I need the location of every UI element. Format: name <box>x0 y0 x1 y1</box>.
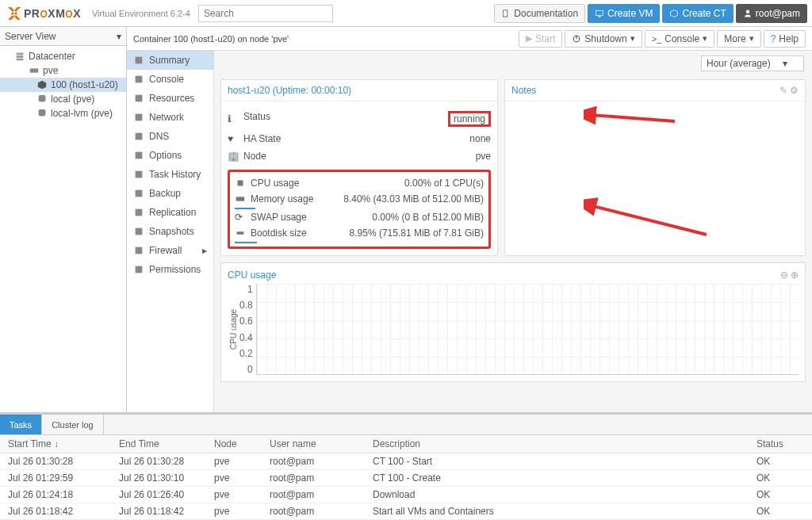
notes-panel-title: Notes <box>511 85 536 96</box>
node-value: pve <box>476 151 491 162</box>
log-row[interactable]: Jul 26 01:30:28Jul 26 01:30:28pveroot@pa… <box>0 453 812 470</box>
content-title: Container 100 (host1-u20) on node 'pve' <box>133 34 519 44</box>
tree-storage-local[interactable]: local (pve) <box>0 92 126 106</box>
tab-label: Firewall <box>149 245 182 256</box>
server-icon <box>29 65 40 76</box>
svg-rect-20 <box>136 228 143 235</box>
tab-resources[interactable]: Resources <box>127 89 213 108</box>
svg-rect-11 <box>136 57 143 64</box>
svg-rect-23 <box>238 181 243 186</box>
refresh-icon <box>133 207 144 218</box>
node-label: Node <box>243 151 476 162</box>
help-button[interactable]: ? Help <box>764 30 806 48</box>
cube-icon <box>669 9 679 18</box>
col-start[interactable]: Start Time ↓ <box>0 435 111 453</box>
create-ct-button[interactable]: Create CT <box>662 4 733 23</box>
tab-network[interactable]: Network <box>127 108 213 127</box>
col-user[interactable]: User name <box>262 435 365 453</box>
tab-label: Task History <box>149 169 201 180</box>
console-button[interactable]: >_ Console ▾ <box>645 30 715 48</box>
memory-icon <box>235 193 246 205</box>
more-button[interactable]: More ▾ <box>717 30 760 48</box>
tab-summary[interactable]: Summary <box>127 51 213 70</box>
tab-options[interactable]: Options <box>127 146 213 165</box>
col-desc[interactable]: Description <box>365 435 749 453</box>
tab-task-history[interactable]: Task History <box>127 165 213 184</box>
svg-rect-18 <box>136 190 143 197</box>
tab-firewall[interactable]: Firewall ▸ <box>127 241 213 260</box>
disk-icon <box>235 228 246 239</box>
tab-label: Network <box>149 112 184 123</box>
tab-console[interactable]: Console <box>127 70 213 89</box>
svg-rect-3 <box>17 53 24 55</box>
resource-stats: CPU usage0.00% of 1 CPU(s) Memory usage8… <box>228 170 491 249</box>
tab-label: Console <box>149 74 184 85</box>
box-icon <box>133 93 144 104</box>
log-row[interactable]: Jul 26 01:18:42Jul 26 01:18:42pveroot@pa… <box>0 503 812 520</box>
tree-header[interactable]: Server View▾ <box>0 27 126 46</box>
monitor-icon <box>595 9 604 18</box>
lock-icon <box>133 264 144 275</box>
task-log-table: Start Time ↓ End Time Node User name Des… <box>0 435 812 520</box>
server-view-panel: Server View▾ Datacenter pve 100 (host1-u… <box>0 27 127 412</box>
tab-permissions[interactable]: Permissions <box>127 260 213 279</box>
summary-panel: host1-u20 (Uptime: 00:00:10) ℹStatusrunn… <box>220 79 498 256</box>
svg-rect-25 <box>237 231 244 235</box>
side-tabs: SummaryConsoleResourcesNetworkDNSOptions… <box>127 51 214 412</box>
tab-label: Snapshots <box>149 226 194 237</box>
tab-dns[interactable]: DNS <box>127 127 213 146</box>
gear-icon[interactable]: ⚙ <box>790 85 799 96</box>
log-row[interactable]: Jul 26 01:24:18Jul 26 01:26:40pveroot@pa… <box>0 487 812 503</box>
minus-icon[interactable]: ⊖ <box>780 270 788 281</box>
tab-replication[interactable]: Replication <box>127 203 213 222</box>
user-button[interactable]: root@pam <box>736 4 807 23</box>
tab-tasks[interactable]: Tasks <box>0 415 42 434</box>
tree-datacenter[interactable]: Datacenter <box>0 49 126 63</box>
database-icon <box>36 108 48 119</box>
search-input[interactable] <box>198 5 333 22</box>
svg-rect-5 <box>17 59 24 61</box>
notes-panel: Notes ✎⚙ <box>504 79 806 256</box>
bottom-panel: Tasks Cluster log Start Time ↓ End Time … <box>0 412 812 520</box>
svg-rect-13 <box>136 95 143 102</box>
notes-body[interactable] <box>505 101 805 244</box>
create-vm-button[interactable]: Create VM <box>588 4 660 23</box>
time-range-selector[interactable]: Hour (average) ▾ <box>701 55 804 71</box>
swap-icon: ⟳ <box>235 212 246 223</box>
svg-point-2 <box>746 10 750 13</box>
svg-rect-10 <box>576 35 577 39</box>
plus-icon[interactable]: ⊕ <box>791 270 799 281</box>
col-status[interactable]: Status <box>749 435 812 453</box>
edit-icon[interactable]: ✎ <box>779 85 787 96</box>
log-row[interactable]: Jul 26 01:29:59Jul 26 01:30:10pveroot@pa… <box>0 470 812 487</box>
datacenter-icon <box>14 51 25 62</box>
tab-snapshots[interactable]: Snapshots <box>127 222 213 241</box>
start-button[interactable]: ▶ Start <box>519 30 562 48</box>
tab-label: Permissions <box>149 264 201 275</box>
chart-ylabel: CPU usage <box>228 284 239 375</box>
tree-node-pve[interactable]: pve <box>0 63 126 78</box>
clock-icon <box>133 226 144 237</box>
shutdown-button[interactable]: Shutdown ▾ <box>565 30 642 48</box>
svg-rect-0 <box>596 10 603 15</box>
tree-container-100[interactable]: 100 (host1-u20) <box>0 78 126 92</box>
documentation-button[interactable]: Documentation <box>494 4 585 23</box>
col-node[interactable]: Node <box>206 435 262 453</box>
col-end[interactable]: End Time <box>111 435 206 453</box>
status-value: running <box>448 111 491 127</box>
info-icon: ℹ <box>228 111 239 127</box>
svg-rect-19 <box>136 209 143 216</box>
cpu-chart-panel: CPU usage ⊖ ⊕ CPU usage 10.80.60.40.20 <box>220 262 806 382</box>
shield-icon <box>133 245 144 256</box>
heart-icon: ♥ <box>228 133 239 144</box>
svg-rect-4 <box>17 55 24 58</box>
svg-rect-14 <box>136 114 143 121</box>
tree-storage-local-lvm[interactable]: local-lvm (pve) <box>0 106 126 120</box>
tab-cluster-log[interactable]: Cluster log <box>42 415 104 434</box>
user-icon <box>743 9 753 18</box>
tab-backup[interactable]: Backup <box>127 184 213 203</box>
terminal-icon <box>133 74 144 85</box>
save-icon <box>133 188 144 199</box>
tab-label: Options <box>149 150 182 161</box>
tab-label: Replication <box>149 207 196 218</box>
